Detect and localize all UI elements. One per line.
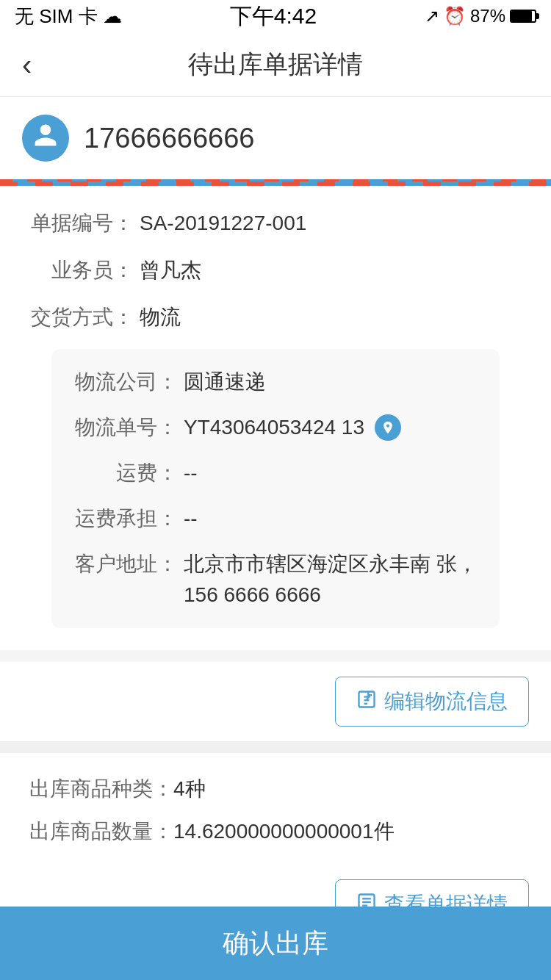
tracking-location-icon[interactable] xyxy=(375,414,401,441)
status-right: ↗ ⏰ 87% xyxy=(425,6,536,26)
status-time: 下午4:42 xyxy=(230,1,317,32)
salesman-label: 业务员： xyxy=(29,255,140,286)
status-left: 无 SIM 卡 ☁ xyxy=(15,4,122,29)
category-label: 出库商品种类： xyxy=(29,775,173,803)
freight-row: 运费： -- xyxy=(73,458,478,489)
salesman-value: 曾凡杰 xyxy=(140,255,522,286)
alarm-icon: ⏰ xyxy=(444,6,466,26)
back-button[interactable]: ‹ xyxy=(22,50,32,79)
freight-bearer-row: 运费承担： -- xyxy=(73,503,478,534)
category-row: 出库商品种类： 4种 xyxy=(29,775,522,803)
address-label: 客户地址： xyxy=(73,549,184,580)
freight-bearer-value: -- xyxy=(184,503,478,534)
edit-icon xyxy=(356,689,377,715)
confirm-btn-text: 确认出库 xyxy=(223,926,328,962)
category-value: 4种 xyxy=(173,775,206,803)
document-no-row: 单据编号： SA-20191227-001 xyxy=(29,208,522,239)
summary-section: 出库商品种类： 4种 出库商品数量： 14.620000000000001件 xyxy=(0,753,551,868)
logistics-card: 物流公司： 圆通速递 物流单号： YT43064053424 13 运费： --… xyxy=(51,349,500,628)
avatar xyxy=(22,115,69,162)
tracking-row: 物流单号： YT43064053424 13 xyxy=(73,412,478,443)
delivery-value: 物流 xyxy=(140,302,522,333)
basic-info-section: 单据编号： SA-20191227-001 业务员： 曾凡杰 交货方式： 物流 … xyxy=(0,186,551,650)
freight-label: 运费： xyxy=(73,458,184,489)
tracking-number-text: YT43064053424 13 xyxy=(184,412,364,443)
person-icon xyxy=(32,122,59,155)
section-divider xyxy=(0,741,551,753)
address-value: 北京市市辖区海淀区永丰南 张，156 6666 6666 xyxy=(184,549,478,610)
tracking-label: 物流单号： xyxy=(73,412,184,443)
quantity-value: 14.620000000000001件 xyxy=(173,818,395,846)
edit-logistics-row: 编辑物流信息 xyxy=(0,662,551,741)
customer-header: 17666666666 xyxy=(0,97,551,181)
address-row: 客户地址： 北京市市辖区海淀区永丰南 张，156 6666 6666 xyxy=(73,549,478,610)
nav-bar: ‹ 待出库单据详情 xyxy=(0,32,551,97)
tracking-value: YT43064053424 13 xyxy=(184,412,478,443)
logistics-company-label: 物流公司： xyxy=(73,367,184,397)
battery-icon xyxy=(510,10,536,23)
quantity-label: 出库商品数量： xyxy=(29,818,173,846)
confirm-outbound-button[interactable]: 确认出库 xyxy=(0,907,551,980)
quantity-row: 出库商品数量： 14.620000000000001件 xyxy=(29,818,522,846)
salesman-row: 业务员： 曾凡杰 xyxy=(29,255,522,286)
status-bar: 无 SIM 卡 ☁ 下午4:42 ↗ ⏰ 87% xyxy=(0,0,551,32)
logistics-company-value: 圆通速递 xyxy=(184,367,478,397)
location-status-icon: ↗ xyxy=(425,6,439,26)
document-no-value: SA-20191227-001 xyxy=(140,208,522,239)
delivery-label: 交货方式： xyxy=(29,302,140,333)
freight-value: -- xyxy=(184,458,478,489)
edit-logistics-label: 编辑物流信息 xyxy=(384,688,508,716)
battery-label: 87% xyxy=(470,6,505,26)
delivery-row: 交货方式： 物流 xyxy=(29,302,522,333)
document-no-label: 单据编号： xyxy=(29,208,140,239)
freight-bearer-label: 运费承担： xyxy=(73,503,184,534)
logistics-company-row: 物流公司： 圆通速递 xyxy=(73,367,478,397)
sim-label: 无 SIM 卡 ☁ xyxy=(15,4,122,29)
page-title: 待出库单据详情 xyxy=(188,48,363,82)
customer-phone: 17666666666 xyxy=(84,123,254,154)
edit-logistics-button[interactable]: 编辑物流信息 xyxy=(335,677,529,727)
